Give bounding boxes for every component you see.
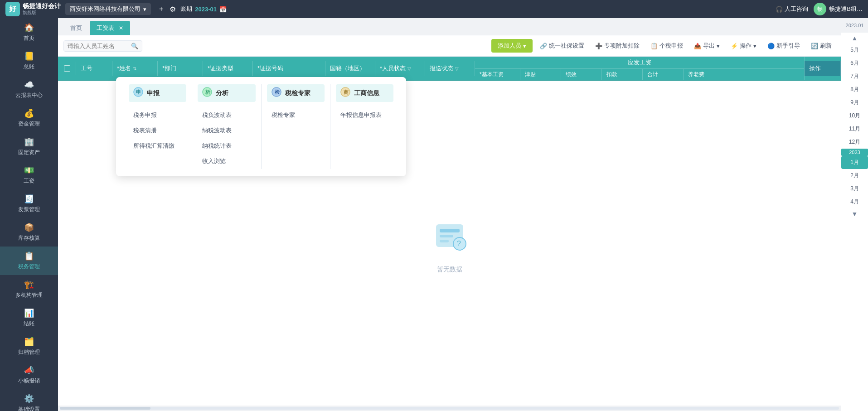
empty-icon: ? (427, 213, 472, 258)
export-dropdown-icon: ▾ (717, 43, 720, 49)
sidebar-item-xiaochang[interactable]: 📣 小畅报销 (0, 361, 58, 389)
name-sort-icon[interactable]: ⇅ (133, 66, 136, 71)
cal-month-9[interactable]: 9月 (841, 96, 868, 109)
select-all-checkbox[interactable] (64, 65, 70, 72)
id-num-label: *证据号码 (257, 64, 283, 73)
sidebar-item-salary[interactable]: 💵 工资 (0, 161, 58, 189)
salary-sub-cols: *基本工资 津贴 绩效 扣款 合计 养老费 (475, 69, 804, 80)
salary-group-title: 应发工资 (475, 57, 804, 69)
annual-report-item[interactable]: 年报信息申报表 (336, 107, 393, 123)
tax-fluctuation-item[interactable]: 税负波动表 (198, 107, 255, 123)
refresh-icon: 🔄 (811, 43, 818, 49)
salary-icon: 💵 (24, 165, 34, 175)
search-input[interactable] (68, 43, 131, 49)
cal-month-10[interactable]: 10月 (841, 109, 868, 122)
cal-month-2[interactable]: 2月 (841, 169, 868, 182)
sidebar-label-fund: 资金管理 (18, 120, 40, 128)
add-person-dropdown-icon: ▾ (523, 43, 526, 49)
tax-declaration-item[interactable]: 税务申报 (129, 107, 186, 123)
dropdown-col-analysis: 析 分析 税负波动表 纳税波动表 纳税统计表 收入浏览 (192, 84, 261, 169)
cal-month-11[interactable]: 11月 (841, 122, 868, 135)
sidebar-item-tax[interactable]: 📋 税务管理 (0, 247, 58, 275)
cal-month-8[interactable]: 8月 (841, 83, 868, 96)
dropdown-menu: 申 申报 税务申报 税表清册 所得税汇算清缴 析 分析 (116, 77, 406, 176)
calendar-down-nav[interactable]: ▼ (849, 208, 860, 219)
add-person-label: 添加人员 (498, 42, 521, 50)
tax-expert-item[interactable]: 税检专家 (267, 107, 325, 123)
sidebar-label-cloud: 云报表中心 (15, 92, 43, 99)
sidebar-item-general-ledger[interactable]: 📒 总账 (0, 47, 58, 75)
business-info-section-icon: 商 (340, 87, 350, 99)
refresh-btn[interactable]: 🔄 刷新 (807, 40, 835, 52)
sidebar-item-settle[interactable]: 📊 结账 (0, 304, 58, 332)
tab-close-icon[interactable]: ✕ (119, 25, 123, 31)
income-browse-item[interactable]: 收入浏览 (198, 154, 255, 169)
tab-salary-table[interactable]: 工资表 ✕ (90, 21, 130, 35)
special-deduction-btn[interactable]: ➕ 专项附加扣除 (592, 40, 643, 52)
operations-dropdown-icon: ▾ (753, 43, 756, 49)
top-header: 好 畅捷通好会计 旗舰版 西安虾米网络科技有限公司 ▾ + ⚙ 账期 2023-… (0, 0, 868, 18)
settings-btn[interactable]: ⚙ (170, 5, 176, 14)
scrollbar-area (58, 406, 841, 411)
company-select[interactable]: 西安虾米网络科技有限公司 ▾ (65, 3, 151, 15)
header-country: 国籍（地区） (325, 61, 375, 76)
sidebar-item-archive[interactable]: 🗂️ 归档管理 (0, 332, 58, 361)
header-total: 合计 (643, 69, 684, 80)
sidebar-item-multi-org[interactable]: 🏗️ 多机构管理 (0, 275, 58, 304)
social-insurance-btn[interactable]: 🔗 统一社保设置 (536, 40, 588, 52)
help-label: 人工咨询 (785, 5, 808, 13)
main-layout: 🏠 首页 📒 总账 ☁️ 云报表中心 💰 资金管理 🏢 固定资产 💵 工资 🧾 … (0, 18, 868, 411)
right-calendar: 2023.01 ▲ 5月 6月 7月 8月 9月 10月 11月 12月 202… (841, 18, 868, 411)
scrollbar-thumb[interactable] (60, 407, 150, 410)
header-person-status: *人员状态 ▽ (375, 61, 425, 76)
cal-month-12[interactable]: 12月 (841, 135, 868, 149)
tax-icon: 📋 (24, 251, 34, 261)
header-dept: *部门 (158, 61, 203, 76)
add-person-button[interactable]: 添加人员 ▾ (491, 39, 533, 53)
person-status-label: *人员状态 (380, 64, 406, 73)
tab-home[interactable]: 首页 (63, 21, 89, 35)
tax-declaration-btn[interactable]: 📋 个税申报 (647, 40, 687, 52)
cal-month-1[interactable]: 1月 (841, 156, 868, 169)
operations-btn[interactable]: ⚡ 操作 ▾ (727, 40, 760, 52)
income-tax-summary-item[interactable]: 所得税汇算清缴 (129, 138, 186, 154)
person-status-filter-icon[interactable]: ▽ (407, 66, 411, 71)
calendar-icon[interactable]: 📅 (219, 6, 227, 13)
sidebar-item-cloud-report[interactable]: ☁️ 云报表中心 (0, 75, 58, 104)
sidebar-item-fixed-assets[interactable]: 🏢 固定资产 (0, 132, 58, 161)
help-button[interactable]: 🎧 人工咨询 (776, 5, 808, 13)
tax-declaration-icon: 📋 (650, 43, 658, 49)
cal-month-4[interactable]: 4月 (841, 195, 868, 208)
sidebar-label-home: 首页 (24, 34, 34, 42)
cal-month-5[interactable]: 5月 (841, 44, 868, 57)
sidebar-item-fund[interactable]: 💰 资金管理 (0, 104, 58, 132)
cal-year-badge-2023: 2023 (841, 149, 868, 156)
tax-statistics-item[interactable]: 纳税统计表 (198, 138, 255, 154)
sidebar-label-org: 多机构管理 (15, 291, 43, 299)
svg-rect-3 (440, 240, 449, 242)
analysis-section-icon: 析 (202, 87, 212, 99)
export-label: 导出 (703, 42, 715, 50)
logo-icon: 好 (5, 2, 20, 16)
sidebar-item-basic[interactable]: ⚙️ 基础设置 (0, 389, 58, 411)
calendar-up-nav[interactable]: ▲ (849, 33, 860, 44)
salary-group-header: 应发工资 *基本工资 津贴 绩效 扣款 合计 养老费 (475, 57, 805, 80)
cal-month-7[interactable]: 7月 (841, 70, 868, 83)
tax-expert-title: 税检专家 (285, 89, 310, 97)
sidebar-item-home[interactable]: 🏠 首页 (0, 18, 58, 47)
report-status-filter-icon[interactable]: ▽ (455, 66, 459, 71)
new-guide-btn[interactable]: 🔵 新手引导 (764, 40, 804, 52)
tax-form-item[interactable]: 税表清册 (129, 123, 186, 138)
user-area[interactable]: 畅 畅捷通B组… (814, 3, 863, 15)
sidebar-item-invoice[interactable]: 🧾 发票管理 (0, 189, 58, 218)
settle-icon: 📊 (24, 308, 34, 318)
add-company-btn[interactable]: + (159, 5, 163, 13)
cal-month-3[interactable]: 3月 (841, 182, 868, 195)
operations-label: 操作 (740, 42, 752, 50)
payment-fluctuation-item[interactable]: 纳税波动表 (198, 123, 255, 138)
sidebar: 🏠 首页 📒 总账 ☁️ 云报表中心 💰 资金管理 🏢 固定资产 💵 工资 🧾 … (0, 18, 58, 411)
cal-month-6[interactable]: 6月 (841, 57, 868, 70)
sidebar-item-inventory[interactable]: 📦 库存核算 (0, 218, 58, 247)
export-btn[interactable]: 📤 导出 ▾ (690, 40, 723, 52)
guide-toolbar-icon: 🔵 (767, 43, 775, 49)
